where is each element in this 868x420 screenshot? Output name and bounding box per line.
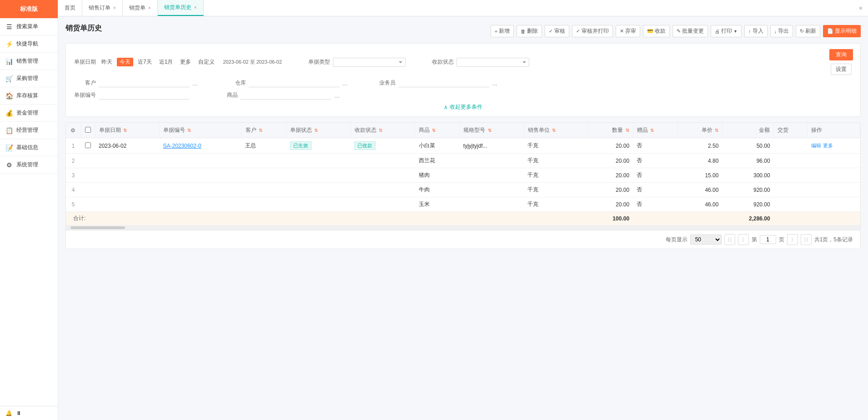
tab-bar-close-button[interactable]: × (853, 5, 868, 12)
sales-unit-header[interactable]: 销售单位 ⇅ (524, 123, 588, 138)
add-button[interactable]: + 新增 (491, 25, 514, 37)
row-5-sales-unit: 千克 (524, 197, 588, 212)
print-button[interactable]: 🖨 打印 ▼ (711, 25, 742, 37)
import-button[interactable]: ↑ 导入 (744, 25, 768, 37)
select-all-checkbox[interactable] (85, 127, 91, 133)
show-details-button[interactable]: 📄 显示明细 (823, 25, 861, 37)
unit-price-header[interactable]: 单价 ⇅ (677, 123, 722, 138)
customer-dots[interactable]: ... (192, 80, 198, 87)
row-checkbox-2[interactable] (80, 154, 95, 168)
shortcut-custom[interactable]: 自定义 (196, 58, 217, 66)
sidebar-item-system-mgmt[interactable]: ⚙ 系统管理 (0, 156, 58, 174)
delete-button[interactable]: 🗑 删除 (517, 25, 542, 37)
amount-header[interactable]: 金额 (722, 123, 773, 138)
unit-price-sort-icon: ⇅ (715, 128, 718, 133)
doc-no-input[interactable] (99, 91, 190, 100)
sidebar-item-inventory[interactable]: 🏠 库存核算 (0, 87, 58, 105)
filter-row-1: 单据日期 昨天 今天 近7天 近1月 更多 自定义 2023-06-02 至 2… (73, 49, 853, 75)
shortcut-yesterday[interactable]: 昨天 (99, 58, 115, 66)
sidebar-item-label: 经营管理 (16, 126, 38, 134)
page-label: 第 (752, 236, 757, 244)
row-1-checkbox[interactable] (85, 142, 91, 148)
doc-status-header[interactable]: 单据状态 ⇅ (286, 123, 351, 138)
collapse-button[interactable]: ∧ 收起更多条件 (444, 103, 482, 111)
product-dots[interactable]: ... (334, 92, 340, 99)
salesperson-dots[interactable]: ... (492, 80, 497, 87)
pause-icon[interactable]: ⏸ (16, 410, 21, 416)
payment-status-select[interactable] (457, 58, 529, 67)
sidebar-item-basic-info[interactable]: 📝 基础信息 (0, 139, 58, 156)
warehouse-input[interactable] (249, 79, 340, 87)
row-4-amount: 920.00 (722, 183, 773, 197)
customer-input[interactable] (99, 79, 190, 87)
operations-icon: 📋 (5, 127, 13, 134)
first-page-button[interactable]: ⟨⟨ (724, 234, 735, 245)
export-button[interactable]: ↓ 导出 (770, 25, 793, 37)
checkbox-column-header[interactable] (80, 123, 95, 138)
receive-button[interactable]: 💳 收款 (643, 25, 670, 37)
row-checkbox-1[interactable] (80, 138, 95, 154)
salesperson-input[interactable] (398, 79, 489, 87)
setting-button[interactable]: 设置 (831, 64, 852, 75)
abandon-button[interactable]: ✕ 弃审 (616, 25, 640, 37)
sidebar-item-label: 基础信息 (16, 144, 38, 151)
transaction-header[interactable]: 交货 (774, 123, 808, 138)
tab-home[interactable]: 首页 (58, 0, 82, 16)
batch-change-button[interactable]: ✎ 批量变更 (672, 25, 708, 37)
shortcut-today[interactable]: 今天 (117, 58, 133, 66)
row-1-doc-no-link[interactable]: SA-20230602-0 (163, 143, 201, 149)
tab-sales-order[interactable]: 销售订单 × (82, 0, 123, 16)
row-1-more-btn[interactable]: 更多 (823, 142, 833, 149)
row-checkbox-5[interactable] (80, 197, 95, 212)
audit-button[interactable]: ✓ 审核 (545, 25, 569, 37)
scrollbar-thumb[interactable] (70, 226, 125, 229)
product-header[interactable]: 商品 ⇅ (415, 123, 460, 138)
quantity-header[interactable]: 数量 ⇅ (588, 123, 633, 138)
transaction-label: 交货 (778, 127, 788, 133)
warehouse-dots[interactable]: ... (342, 80, 348, 87)
tab-sales-history-close[interactable]: × (194, 5, 197, 10)
query-button[interactable]: 查询 (829, 49, 853, 60)
next-page-button[interactable]: ⟩ (787, 234, 798, 245)
prev-page-button[interactable]: ⟨ (738, 234, 749, 245)
gear-column-header[interactable]: ⚙ (66, 123, 80, 138)
product-input[interactable] (241, 91, 331, 100)
spec-type-header[interactable]: 规格型号 ⇅ (460, 123, 524, 138)
payment-status-header[interactable]: 收款状态 ⇅ (351, 123, 415, 138)
audit-print-button[interactable]: ✓ 审核并打印 (572, 25, 613, 37)
row-1-doc-no[interactable]: SA-20230602-0 (160, 138, 242, 154)
customer-header[interactable]: 客户 ⇅ (241, 123, 286, 138)
tab-sales-order-close[interactable]: × (113, 5, 116, 10)
row-1-edit-btn[interactable]: 编辑 (811, 142, 821, 149)
sidebar-item-finance[interactable]: 💰 资金管理 (0, 105, 58, 122)
unit-price-label: 单价 (702, 127, 712, 133)
page-number-input[interactable]: 1 (760, 235, 776, 244)
per-page-select[interactable]: 50 100 (690, 235, 722, 245)
sidebar-item-label: 搜索菜单 (16, 23, 38, 30)
customer-col-label: 客户 (246, 127, 256, 133)
sidebar-item-operations[interactable]: 📋 经营管理 (0, 122, 58, 139)
shortcut-1month[interactable]: 近1月 (156, 58, 176, 66)
shortcut-7days[interactable]: 近7天 (135, 58, 155, 66)
tab-sales-delivery-close[interactable]: × (148, 5, 151, 10)
sidebar-item-sales-mgmt[interactable]: 📊 销售管理 (0, 53, 58, 70)
sidebar-item-purchase-mgmt[interactable]: 🛒 采购管理 (0, 70, 58, 87)
gift-header[interactable]: 赠品 ⇅ (633, 123, 677, 138)
row-checkbox-4[interactable] (80, 183, 95, 197)
filter-payment-status-item: 收款状态 (431, 58, 529, 67)
doc-type-select[interactable] (333, 58, 406, 67)
notification-icon[interactable]: 🔔 (5, 410, 12, 416)
sidebar-item-search-menu[interactable]: ☰ 搜索菜单 (0, 18, 58, 35)
tab-sales-history[interactable]: 销货单历史 × (158, 0, 204, 16)
shortcut-more[interactable]: 更多 (177, 58, 194, 66)
doc-date-header[interactable]: 单据日期 ⇅ (95, 123, 160, 138)
row-checkbox-3[interactable] (80, 168, 95, 183)
content-area: 销货单历史 + 新增 🗑 删除 ✓ 审核 ✓ 审核并打印 (58, 16, 868, 420)
tab-sales-delivery[interactable]: 销货单 × (123, 0, 158, 16)
sidebar-item-quick-nav[interactable]: ⚡ 快捷导航 (0, 35, 58, 53)
horizontal-scrollbar[interactable] (66, 225, 860, 230)
last-page-button[interactable]: ⟩⟩ (801, 234, 812, 245)
refresh-button[interactable]: ↻ 刷新 (796, 25, 820, 37)
doc-no-header[interactable]: 单据编号 ⇅ (160, 123, 242, 138)
product-sort-icon: ⇅ (432, 128, 436, 133)
